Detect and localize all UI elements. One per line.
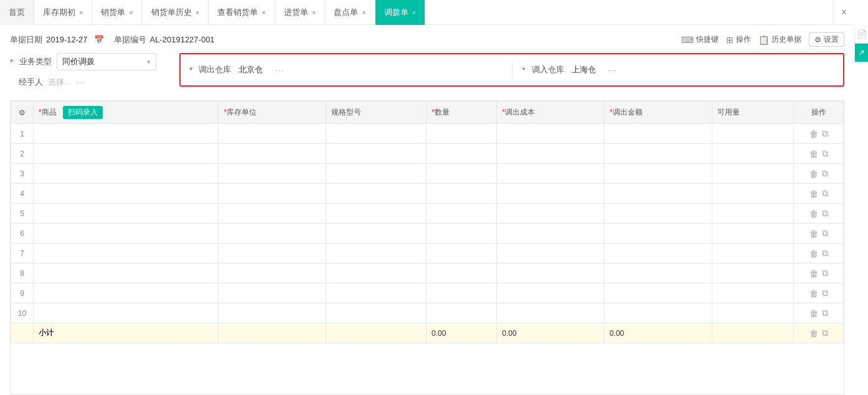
person-more-btn[interactable]: ··· xyxy=(76,77,85,87)
cell-cost[interactable]: 0.00 xyxy=(497,323,605,343)
delete-row-button[interactable]: 🗑 xyxy=(809,288,818,298)
cell-amount[interactable]: 0.00 xyxy=(604,323,712,343)
cell-cost[interactable] xyxy=(497,204,605,224)
cell-amount[interactable] xyxy=(604,184,712,204)
tab-transfer-close[interactable]: × xyxy=(412,9,416,16)
cell-product[interactable] xyxy=(34,303,219,323)
person-select[interactable]: 选择... xyxy=(48,77,71,88)
delete-row-button[interactable]: 🗑 xyxy=(809,249,818,259)
tab-inventory-check-close[interactable]: × xyxy=(362,9,366,16)
sidebar-expand-button[interactable]: ↗ xyxy=(855,44,869,62)
cell-qty[interactable] xyxy=(427,124,497,144)
cell-spec[interactable] xyxy=(326,224,427,244)
cell-cost[interactable] xyxy=(497,124,605,144)
tab-transfer[interactable]: 调拨单 × xyxy=(375,0,425,25)
tab-sales-history[interactable]: 销货单历史 × xyxy=(143,0,209,25)
cell-spec[interactable] xyxy=(326,244,427,264)
cell-spec[interactable] xyxy=(326,283,427,303)
copy-row-button[interactable]: ⧉ xyxy=(822,288,828,298)
cell-qty[interactable] xyxy=(427,244,497,264)
cell-qty[interactable] xyxy=(427,224,497,244)
cell-unit[interactable] xyxy=(219,303,326,323)
cell-qty[interactable] xyxy=(427,283,497,303)
tab-inventory-init[interactable]: 库存期初 × xyxy=(34,0,92,25)
cell-qty[interactable] xyxy=(427,204,497,224)
business-type-select[interactable]: 同价调拨 ▾ xyxy=(57,53,156,70)
cell-qty[interactable] xyxy=(427,184,497,204)
copy-row-button[interactable]: ⧉ xyxy=(822,148,828,159)
tab-sales-order[interactable]: 销货单 × xyxy=(92,0,142,25)
cell-product[interactable] xyxy=(34,204,219,224)
cell-spec[interactable] xyxy=(326,164,427,184)
delete-row-button[interactable]: 🗑 xyxy=(809,149,818,159)
cell-unit[interactable] xyxy=(219,224,326,244)
cell-qty[interactable] xyxy=(427,144,497,164)
cell-amount[interactable] xyxy=(604,303,712,323)
cell-amount[interactable] xyxy=(604,224,712,244)
cell-amount[interactable] xyxy=(604,244,712,264)
cell-amount[interactable] xyxy=(604,264,712,283)
delete-row-button[interactable]: 🗑 xyxy=(809,269,818,278)
copy-row-button[interactable]: ⧉ xyxy=(822,308,828,318)
cell-cost[interactable] xyxy=(497,184,605,204)
cell-amount[interactable] xyxy=(604,204,712,224)
cell-spec[interactable] xyxy=(326,264,427,283)
cell-product[interactable] xyxy=(34,264,219,283)
tab-home[interactable]: 首页 xyxy=(0,0,34,25)
cell-unit[interactable] xyxy=(219,264,326,283)
calendar-icon[interactable]: 📅 xyxy=(94,35,104,44)
cell-spec[interactable] xyxy=(326,303,427,323)
copy-row-button[interactable]: ⧉ xyxy=(822,328,828,338)
tab-view-sales[interactable]: 查看销货单 × xyxy=(209,0,275,25)
settings-button[interactable]: ⚙ 设置 xyxy=(809,32,844,47)
cell-spec[interactable] xyxy=(326,184,427,204)
tab-purchase-order-close[interactable]: × xyxy=(312,9,316,16)
cell-cost[interactable] xyxy=(497,283,605,303)
cell-product[interactable] xyxy=(34,184,219,204)
cell-spec[interactable] xyxy=(326,124,427,144)
cell-qty[interactable] xyxy=(427,164,497,184)
cell-product[interactable] xyxy=(34,144,219,164)
cell-product[interactable] xyxy=(34,283,219,303)
cell-qty[interactable] xyxy=(427,303,497,323)
cell-unit[interactable] xyxy=(219,283,326,303)
copy-row-button[interactable]: ⧉ xyxy=(822,268,828,278)
delete-row-button[interactable]: 🗑 xyxy=(809,328,818,338)
cell-amount[interactable] xyxy=(604,144,712,164)
cell-unit[interactable] xyxy=(219,244,326,264)
delete-row-button[interactable]: 🗑 xyxy=(809,129,818,139)
cell-cost[interactable] xyxy=(497,264,605,283)
window-close-button[interactable]: × xyxy=(833,0,854,25)
cell-unit[interactable] xyxy=(219,323,326,343)
tab-sales-history-close[interactable]: × xyxy=(196,9,199,16)
tab-inventory-init-close[interactable]: × xyxy=(79,9,83,16)
cell-product[interactable] xyxy=(34,224,219,244)
delete-row-button[interactable]: 🗑 xyxy=(809,169,818,179)
shortcuts-button[interactable]: ⌨ 快捷键 xyxy=(681,34,719,45)
col-settings[interactable]: ⚙ xyxy=(11,102,34,124)
cell-product[interactable] xyxy=(34,164,219,184)
delete-row-button[interactable]: 🗑 xyxy=(809,308,818,318)
scan-button[interactable]: 扫码录入 xyxy=(63,106,103,119)
cell-product[interactable] xyxy=(34,124,219,144)
tab-purchase-order[interactable]: 进货单 × xyxy=(275,0,325,25)
history-button[interactable]: 📋 历史单据 xyxy=(758,34,801,45)
cell-unit[interactable] xyxy=(219,124,326,144)
tab-sales-order-close[interactable]: × xyxy=(129,9,133,16)
transfer-out-more-btn[interactable]: ··· xyxy=(275,65,285,75)
cell-cost[interactable] xyxy=(497,303,605,323)
cell-unit[interactable] xyxy=(219,144,326,164)
cell-amount[interactable] xyxy=(604,283,712,303)
cell-product[interactable] xyxy=(34,244,219,264)
transfer-in-more-btn[interactable]: ··· xyxy=(608,65,618,75)
cell-cost[interactable] xyxy=(497,224,605,244)
copy-row-button[interactable]: ⧉ xyxy=(822,248,828,259)
cell-qty[interactable]: 0.00 xyxy=(427,323,497,343)
copy-row-button[interactable]: ⧉ xyxy=(822,168,828,179)
cell-qty[interactable] xyxy=(427,264,497,283)
delete-row-button[interactable]: 🗑 xyxy=(809,189,818,199)
tab-view-sales-close[interactable]: × xyxy=(262,9,265,16)
cell-cost[interactable] xyxy=(497,164,605,184)
copy-row-button[interactable]: ⧉ xyxy=(822,188,828,199)
cell-spec[interactable] xyxy=(326,323,427,343)
